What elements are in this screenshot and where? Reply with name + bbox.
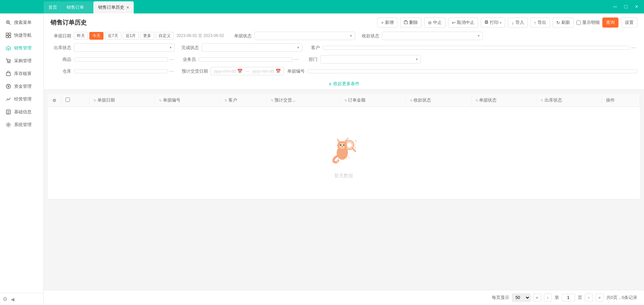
calendar-start-icon[interactable]: 📅 bbox=[237, 69, 243, 74]
payment-status-select[interactable]: ▾ bbox=[382, 32, 483, 40]
bill-status-select[interactable]: ▾ bbox=[254, 32, 355, 40]
svg-point-10 bbox=[9, 62, 10, 63]
data-table: ⚙ ⇅ 单据日期 ⇅ 单据编号 bbox=[48, 94, 640, 199]
delete-button[interactable]: 删除 bbox=[400, 17, 422, 28]
date-btn-last1m[interactable]: 近1月 bbox=[123, 32, 139, 40]
table-col-number[interactable]: ⇅ 单据编号 bbox=[155, 94, 220, 107]
payment-status-label: 收款状态 bbox=[362, 33, 382, 39]
page-number-input[interactable] bbox=[562, 294, 575, 301]
collapse-button[interactable]: ∧ 收起更多条件 bbox=[50, 79, 637, 89]
table-gear-icon[interactable]: ⚙ bbox=[52, 98, 56, 103]
filter-row-3: 商品 ··· 业务员 ··· 部门 ▾ bbox=[50, 55, 637, 64]
department-select[interactable]: ▾ bbox=[320, 55, 421, 64]
empty-text: 暂无数据 bbox=[334, 173, 353, 179]
warehouse-dots-icon[interactable]: ··· bbox=[168, 68, 175, 74]
sidebar-item-inventory[interactable]: 库存核算 bbox=[0, 67, 43, 80]
sidebar-item-sys-admin[interactable]: 系统管理 bbox=[0, 118, 43, 131]
goods-dots-icon[interactable]: ··· bbox=[168, 56, 175, 63]
select-all-checkbox[interactable] bbox=[66, 98, 70, 102]
table-container: ⚙ ⇅ 单据日期 ⇅ 单据编号 bbox=[44, 90, 644, 290]
table-col-delivery[interactable]: ⇅ 预计交货... bbox=[266, 94, 340, 107]
topbar-close[interactable]: × bbox=[633, 3, 641, 11]
display-detail-checkbox-label[interactable]: 显示明细 bbox=[576, 20, 600, 26]
sidebar-collapse-icon[interactable]: ◀ bbox=[11, 297, 14, 302]
sidebar-item-search-menu[interactable]: 搜索菜单 bbox=[0, 16, 43, 29]
delivery-date-label: 预计交货日期 bbox=[182, 68, 211, 74]
table-col-payment-status[interactable]: ⇅ 收款状态 bbox=[405, 94, 471, 107]
settings-button[interactable]: 设置 bbox=[621, 17, 637, 28]
import-button[interactable]: ↓ 导入 bbox=[508, 17, 528, 28]
sidebar-label-sales: 销售管理 bbox=[14, 45, 32, 51]
sidebar-settings-icon[interactable]: ⚙ bbox=[3, 296, 7, 302]
salesperson-input[interactable] bbox=[199, 58, 293, 62]
tab-home[interactable]: 首页 bbox=[44, 1, 62, 13]
per-page-select[interactable]: 50 10 20 100 bbox=[512, 294, 530, 302]
svg-rect-4 bbox=[6, 33, 8, 35]
sidebar-item-purchase[interactable]: 采购管理 bbox=[0, 54, 43, 67]
sidebar-label-purchase: 采购管理 bbox=[14, 58, 32, 64]
tab-sales-order-label: 销售订单 bbox=[67, 4, 84, 10]
warehouse-status-label: 出库状态 bbox=[50, 45, 74, 51]
table-col-customer[interactable]: ⇅ 客户 bbox=[220, 94, 267, 107]
display-detail-checkbox[interactable] bbox=[576, 21, 581, 25]
bill-status-arrow-icon: ▾ bbox=[350, 34, 352, 38]
table-body: ✦ ✦ ✦ 暂无数据 bbox=[48, 107, 640, 199]
warehouse-input[interactable] bbox=[74, 69, 168, 73]
topbar-minimize[interactable]: ─ bbox=[611, 3, 619, 11]
date-col-label: 单据日期 bbox=[97, 98, 115, 103]
sidebar-item-quick-nav[interactable]: 快捷导航 bbox=[0, 29, 43, 42]
export-button[interactable]: ↑ 导出 bbox=[530, 17, 550, 28]
date-btn-last7[interactable]: 近7天 bbox=[105, 32, 121, 40]
query-button[interactable]: 查询 bbox=[602, 17, 618, 28]
table-settings-col[interactable]: ⚙ bbox=[48, 94, 61, 107]
calendar-end-icon[interactable]: 📅 bbox=[275, 69, 281, 74]
warehouse-status-select[interactable]: ▾ bbox=[74, 43, 175, 52]
export-label: 导出 bbox=[538, 20, 546, 26]
cancel-stop-button[interactable]: ↩ 取消中止 bbox=[448, 17, 478, 28]
sidebar-item-capital[interactable]: ¥ 资金管理 bbox=[0, 80, 43, 93]
prev-page-button[interactable]: ‹ bbox=[544, 294, 552, 302]
table-col-bill-status[interactable]: ⇅ 单据状态 bbox=[471, 94, 536, 107]
next-page-button[interactable]: › bbox=[585, 294, 593, 302]
complete-status-select[interactable]: ▾ bbox=[202, 43, 302, 52]
query-label: 查询 bbox=[606, 20, 615, 26]
table-col-date[interactable]: ⇅ 单据日期 bbox=[89, 94, 155, 107]
topbar-maximize[interactable]: □ bbox=[622, 3, 630, 11]
delivery-col-label: 预计交货... bbox=[274, 98, 296, 103]
table-col-checkbox[interactable] bbox=[61, 94, 89, 107]
add-button[interactable]: + 新增 bbox=[377, 17, 397, 28]
refresh-button[interactable]: ↻ 刷新 bbox=[553, 17, 574, 28]
page-unit: 页 bbox=[578, 295, 582, 301]
empty-illustration: ✦ ✦ ✦ bbox=[327, 134, 360, 167]
refresh-icon: ↻ bbox=[556, 20, 560, 25]
action-col-label: 操作 bbox=[606, 98, 615, 103]
table-col-amount[interactable]: ⇅ 订单金额 bbox=[340, 94, 405, 107]
tab-sales-order-close[interactable]: × bbox=[86, 5, 89, 10]
salesperson-dots-icon[interactable]: ··· bbox=[293, 56, 300, 63]
date-btn-yesterday[interactable]: 昨天 bbox=[74, 32, 88, 40]
sidebar-item-basic-info[interactable]: 基础信息 bbox=[0, 106, 43, 118]
sidebar-label-operations: 经营管理 bbox=[14, 96, 32, 102]
date-btn-custom[interactable]: 自定义 bbox=[156, 32, 174, 40]
bill-number-input[interactable] bbox=[307, 69, 637, 73]
warehouse-label: 仓库 bbox=[50, 68, 74, 74]
sidebar-label-search-menu: 搜索菜单 bbox=[14, 20, 32, 26]
print-button[interactable]: 打印 ▾ bbox=[481, 17, 505, 28]
date-btn-more[interactable]: 更多 bbox=[140, 32, 154, 40]
delivery-date-range[interactable]: yyyy-mm-dd 📅 — yyyy-mm-dd 📅 bbox=[211, 67, 284, 75]
number-col-sort-icon: ⇅ bbox=[159, 99, 162, 102]
table-col-warehouse-status[interactable]: ⇅ 出库状态 bbox=[536, 94, 602, 107]
display-detail-label: 显示明细 bbox=[582, 20, 600, 26]
first-page-button[interactable]: « bbox=[533, 294, 541, 302]
customer-dots-icon[interactable]: ··· bbox=[630, 45, 637, 51]
tab-sales-order-history[interactable]: 销售订单历史 × bbox=[93, 1, 134, 13]
sidebar-item-sales[interactable]: 销售管理 bbox=[0, 42, 43, 54]
goods-input[interactable] bbox=[74, 58, 168, 62]
customer-input[interactable] bbox=[323, 46, 630, 50]
last-page-button[interactable]: » bbox=[596, 294, 604, 302]
tab-sales-order-history-close[interactable]: × bbox=[126, 5, 129, 10]
stop-button[interactable]: ⊘ 中止 bbox=[424, 17, 445, 28]
date-btn-today[interactable]: 今天 bbox=[89, 32, 103, 40]
sidebar-item-operations[interactable]: 经营管理 bbox=[0, 93, 43, 106]
tab-sales-order[interactable]: 销售订单 × bbox=[62, 1, 93, 13]
